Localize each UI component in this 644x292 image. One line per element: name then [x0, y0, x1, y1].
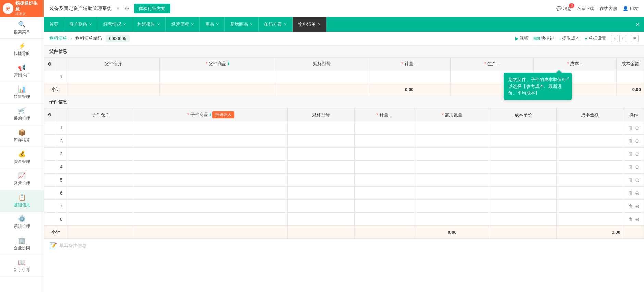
- delete-icon[interactable]: 🗑: [628, 190, 633, 196]
- child-row-qty-cell[interactable]: [414, 148, 490, 161]
- tooltip-close-btn[interactable]: ×: [567, 75, 569, 82]
- child-row-goods-cell[interactable]: [134, 200, 288, 213]
- tab-barcode[interactable]: 条码方案 ✕: [259, 17, 293, 32]
- child-row-qty-cell[interactable]: [414, 174, 490, 187]
- delete-icon[interactable]: 🗑: [628, 125, 633, 131]
- child-row-spec-cell[interactable]: [288, 187, 355, 200]
- delete-icon[interactable]: 🗑: [628, 138, 633, 144]
- toolbar-shortcut[interactable]: ⌨ 快捷键: [533, 35, 554, 42]
- delete-icon[interactable]: 🗑: [628, 151, 633, 157]
- child-row-unit-cell[interactable]: [355, 135, 414, 148]
- sidebar-item-marketing[interactable]: 📢 营销推广: [0, 60, 44, 82]
- child-row-goods-cell[interactable]: [134, 161, 288, 174]
- child-row-qty-cell[interactable]: [414, 200, 490, 213]
- online-service-link[interactable]: 在线客服: [599, 5, 617, 12]
- app-download-link[interactable]: App下载: [577, 5, 594, 12]
- child-row-qty-cell[interactable]: [414, 187, 490, 200]
- child-row-unit-cell[interactable]: [355, 121, 414, 135]
- child-row-unit-cell[interactable]: [355, 213, 414, 226]
- child-row-goods-cell[interactable]: [134, 148, 288, 161]
- settings-icon[interactable]: ⚙: [124, 5, 130, 12]
- sidebar-item-system[interactable]: ⚙️ 系统管理: [0, 212, 44, 233]
- close-all-tabs[interactable]: ✕: [631, 21, 644, 28]
- child-row-warehouse-cell[interactable]: [67, 187, 134, 200]
- child-row-qty-cell[interactable]: [414, 135, 490, 148]
- child-row-warehouse-cell[interactable]: [67, 174, 134, 187]
- copy-icon[interactable]: ⊕: [635, 190, 640, 196]
- child-row-warehouse-cell[interactable]: [67, 148, 134, 161]
- toolbar-view[interactable]: ▶ 视频: [515, 35, 529, 42]
- sidebar-item-sales[interactable]: 📊 销售管理: [0, 82, 44, 104]
- tab-close-icon[interactable]: ✕: [250, 22, 253, 27]
- copy-icon[interactable]: ⊕: [635, 177, 640, 183]
- copy-icon[interactable]: ⊕: [635, 138, 640, 144]
- child-row-cost-price-cell[interactable]: [490, 200, 557, 213]
- copy-icon[interactable]: ⊕: [635, 164, 640, 170]
- delete-icon[interactable]: 🗑: [628, 203, 633, 209]
- copy-icon[interactable]: ⊕: [635, 125, 640, 131]
- child-row-warehouse-cell[interactable]: [67, 200, 134, 213]
- parent-row-unit-cell[interactable]: [368, 70, 451, 83]
- child-row-warehouse-cell[interactable]: [67, 213, 134, 226]
- child-row-goods-cell[interactable]: [134, 213, 288, 226]
- child-row-cost-price-cell[interactable]: [490, 148, 557, 161]
- child-row-cost-price-cell[interactable]: [490, 121, 557, 135]
- delete-icon[interactable]: 🗑: [628, 216, 633, 222]
- child-row-qty-cell[interactable]: [414, 161, 490, 174]
- child-row-unit-cell[interactable]: [355, 174, 414, 187]
- prev-arrow[interactable]: ‹: [611, 35, 618, 42]
- copy-icon[interactable]: ⊕: [635, 151, 640, 157]
- child-row-goods-cell[interactable]: [134, 187, 288, 200]
- tab-close-icon[interactable]: ✕: [216, 22, 219, 27]
- tab-profit[interactable]: 利润报告 ✕: [132, 17, 166, 32]
- child-row-spec-cell[interactable]: [288, 213, 355, 226]
- child-row-qty-cell[interactable]: [414, 213, 490, 226]
- delete-icon[interactable]: 🗑: [628, 177, 633, 183]
- child-row-warehouse-cell[interactable]: [67, 121, 134, 135]
- child-row-spec-cell[interactable]: [288, 161, 355, 174]
- sidebar-item-purchase[interactable]: 🛒 采购管理: [0, 104, 44, 125]
- parent-row-spec-cell[interactable]: [276, 70, 368, 83]
- child-row-cost-price-cell[interactable]: [490, 213, 557, 226]
- tab-goods[interactable]: 商品 ✕: [200, 17, 225, 32]
- tab-customer[interactable]: 客户联络 ✕: [64, 17, 98, 32]
- tab-business[interactable]: 经营情况 ✕: [98, 17, 132, 32]
- tab-close-icon[interactable]: ✕: [318, 22, 321, 27]
- copy-icon[interactable]: ⊕: [635, 203, 640, 209]
- user-avatar[interactable]: 👤 用友: [623, 5, 639, 12]
- child-row-cost-price-cell[interactable]: [490, 161, 557, 174]
- tab-close-icon[interactable]: ✕: [157, 22, 160, 27]
- child-row-goods-cell[interactable]: [134, 174, 288, 187]
- sidebar-item-finance[interactable]: 💰 资金管理: [0, 147, 44, 168]
- breadcrumb-parent[interactable]: 物料清单: [49, 35, 67, 42]
- toolbar-single-settings[interactable]: ≡ 单据设置: [585, 35, 606, 42]
- child-row-spec-cell[interactable]: [288, 135, 355, 148]
- sidebar-item-guide[interactable]: 📖 新手引导: [0, 255, 44, 277]
- tab-newgoods[interactable]: 新增商品 ✕: [225, 17, 259, 32]
- tab-close-icon[interactable]: ✕: [284, 22, 287, 27]
- toolbar-extract-cost[interactable]: ↓ 提取成本: [559, 35, 580, 42]
- sidebar-item-search[interactable]: 🔍 搜索菜单: [0, 17, 44, 39]
- note-placeholder[interactable]: 填写备注信息: [60, 243, 86, 249]
- child-row-unit-cell[interactable]: [355, 200, 414, 213]
- copy-icon[interactable]: ⊕: [635, 216, 640, 222]
- sidebar-item-corp[interactable]: 🏢 企业协同: [0, 233, 44, 255]
- child-row-spec-cell[interactable]: [288, 174, 355, 187]
- parent-row-warehouse-cell[interactable]: [67, 70, 160, 83]
- tab-history[interactable]: 经营历程 ✕: [166, 17, 200, 32]
- message-wrap[interactable]: 💬 消息 6: [556, 5, 572, 12]
- scan-input-btn[interactable]: 扫码录入: [212, 111, 234, 118]
- parent-row-goods-cell[interactable]: [159, 70, 276, 83]
- sidebar-item-inventory[interactable]: 📦 库存核算: [0, 125, 44, 147]
- child-row-goods-cell[interactable]: [134, 121, 288, 135]
- sidebar-item-operation[interactable]: 📈 经营管理: [0, 168, 44, 190]
- child-row-cost-price-cell[interactable]: [490, 187, 557, 200]
- delete-icon[interactable]: 🗑: [628, 164, 633, 170]
- trial-btn[interactable]: 体验行业方案: [134, 4, 170, 13]
- tab-bom[interactable]: 物料清单 ✕: [293, 17, 326, 32]
- child-row-warehouse-cell[interactable]: [67, 135, 134, 148]
- child-row-spec-cell[interactable]: [288, 200, 355, 213]
- tab-close-icon[interactable]: ✕: [123, 22, 126, 27]
- list-view-btn[interactable]: ≡: [631, 35, 639, 42]
- child-row-unit-cell[interactable]: [355, 161, 414, 174]
